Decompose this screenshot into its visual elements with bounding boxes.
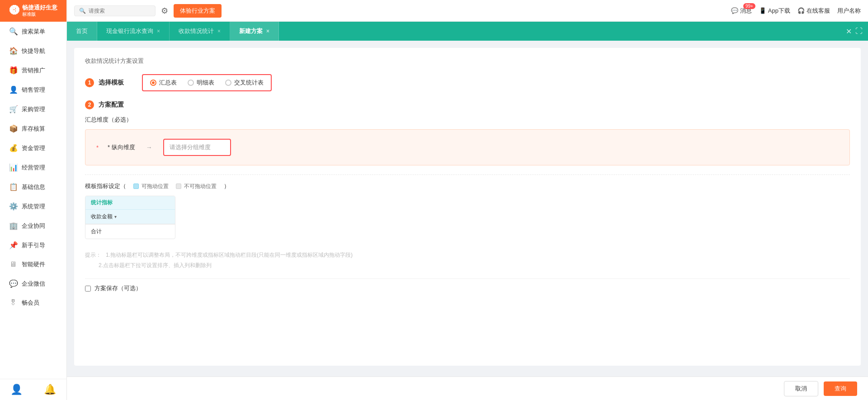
sidebar-item-system[interactable]: ⚙️ 系统管理: [0, 197, 66, 216]
sidebar-label: 企业微信: [22, 280, 45, 288]
metrics-col-cell-amount[interactable]: 收款金额 ▾: [85, 210, 131, 224]
sidebar-item-basic-info[interactable]: 📋 基础信息: [0, 177, 66, 197]
metrics-data-cell-total: 合计: [85, 225, 131, 239]
tab-bank-flow[interactable]: 现金银行流水查询 ×: [97, 22, 170, 41]
step2-section: 2 方案配置 汇总维度（必选） * * 纵向维度 → 请选择分组维度 模板指标: [85, 100, 850, 269]
home-icon: 🏠: [9, 47, 17, 55]
app-download-btn[interactable]: 📱 App下载: [759, 7, 790, 15]
msg-btn[interactable]: 💬 消息 99+: [731, 7, 752, 15]
sidebar-item-quick-nav[interactable]: 🏠 快捷导航: [0, 41, 66, 61]
tip-text-1: 1.拖动标题栏可以调整布局，不可跨维度或指标区域拖动栏目段(只能在同一维度或指标…: [106, 252, 353, 258]
fixed-dot: [176, 184, 181, 189]
sidebar-label: 快捷导航: [22, 47, 45, 55]
tab-home-label: 首页: [76, 27, 88, 35]
sidebar-item-operation[interactable]: 📊 经营管理: [0, 158, 66, 177]
option-summary[interactable]: 汇总表: [150, 79, 177, 87]
tip-prefix-1: 提示：: [85, 252, 104, 258]
tip-prefix-2: [85, 262, 97, 268]
sidebar-item-purchase[interactable]: 🛒 采购管理: [0, 99, 66, 119]
tab-bank-flow-close[interactable]: ×: [157, 28, 160, 34]
header-search-box[interactable]: 🔍: [74, 5, 156, 16]
main-content: 收款情况统计方案设置 1 选择模板 汇总表 明细表: [67, 41, 868, 400]
row-dim-label: * 纵向维度: [108, 143, 135, 151]
sidebar-label: 经营管理: [22, 164, 45, 172]
fixed-label: 不可拖动位置: [184, 183, 217, 190]
sidebar-item-guide[interactable]: 📌 新手引导: [0, 235, 66, 255]
header: 🔍 ⚙ 体验行业方案 💬 消息 99+ 📱 App下载 🎧 在线客服 用户名称: [67, 0, 868, 22]
clipboard-icon: 📋: [9, 183, 17, 191]
tab-new-plan-label: 新建方案: [239, 27, 263, 35]
option-detail[interactable]: 明细表: [188, 79, 214, 87]
tab-new-plan-close[interactable]: ×: [266, 28, 269, 34]
sidebar-item-marketing[interactable]: 🎁 营销推广: [0, 61, 66, 80]
radio-summary-label: 汇总表: [159, 79, 177, 87]
sidebar-item-finance[interactable]: 💰 资金管理: [0, 138, 66, 158]
mobile-icon: 📱: [759, 7, 766, 14]
sidebar-label: 智能硬件: [22, 260, 45, 268]
pin-icon: 📌: [9, 241, 17, 249]
service-label: 在线客服: [807, 7, 830, 15]
sidebar-item-wechat[interactable]: 💬 企业微信: [0, 274, 66, 293]
save-label: 方案保存（可选）: [94, 284, 142, 292]
arrow-icon: →: [146, 144, 152, 151]
sidebar-label: 畅会员: [22, 299, 39, 307]
sidebar-item-member[interactable]: 🎖 畅会员: [0, 293, 66, 312]
dimension-area: * * 纵向维度 → 请选择分组维度: [85, 129, 850, 165]
page-title: 收款情况统计方案设置: [85, 57, 850, 65]
metrics-header: 模板指标设定（ 可拖动位置 不可拖动位置 ）: [85, 182, 850, 190]
trial-btn[interactable]: 体验行业方案: [174, 4, 222, 18]
online-service-btn[interactable]: 🎧 在线客服: [797, 7, 830, 15]
sidebar-user-btn[interactable]: 👤: [10, 384, 23, 395]
radio-cross-label: 交叉统计表: [234, 79, 264, 87]
building-icon: 🏢: [9, 221, 17, 230]
radio-detail[interactable]: [188, 80, 194, 86]
radio-cross[interactable]: [225, 80, 231, 86]
dim-placeholder: 请选择分组维度: [170, 144, 211, 151]
drag-fixed-legend: 不可拖动位置: [176, 183, 217, 190]
step1-section: 1 选择模板 汇总表 明细表 交叉统计表: [85, 74, 850, 91]
search-icon: 🔍: [79, 8, 86, 14]
metrics-table: 统计指标 收款金额 ▾ 合计: [85, 196, 175, 239]
box-icon: 📦: [9, 124, 17, 133]
tab-bank-flow-label: 现金银行流水查询: [106, 27, 153, 35]
tabbar-actions: ✕ ⛶: [846, 22, 868, 41]
query-button[interactable]: 查询: [824, 381, 857, 396]
sidebar-item-sales[interactable]: 👤 销售管理: [0, 80, 66, 99]
msg-icon: 💬: [731, 7, 738, 14]
step2-header: 2 方案配置: [85, 100, 850, 109]
sidebar-item-enterprise[interactable]: 🏢 企业协同: [0, 216, 66, 235]
cancel-button[interactable]: 取消: [784, 381, 818, 396]
search-input[interactable]: [89, 8, 152, 14]
sidebar-label: 基础信息: [22, 183, 45, 191]
save-checkbox[interactable]: [85, 286, 91, 292]
total-label: 合计: [91, 228, 102, 235]
sidebar-notify-btn[interactable]: 🔔: [44, 384, 56, 395]
template-options: 汇总表 明细表 交叉统计表: [142, 74, 272, 91]
tab-expand-icon[interactable]: ⛶: [855, 27, 863, 35]
logo-icon: 🅑: [9, 5, 19, 17]
chart-icon: 📊: [9, 163, 17, 172]
step2-title: 方案配置: [99, 101, 124, 109]
sidebar-item-inventory[interactable]: 📦 库存核算: [0, 119, 66, 138]
tab-close-all-icon[interactable]: ✕: [846, 27, 852, 36]
username-label[interactable]: 用户名称: [837, 7, 861, 15]
radio-summary[interactable]: [150, 80, 156, 86]
settings-icon[interactable]: ⚙: [161, 6, 168, 16]
header-right: 💬 消息 99+ 📱 App下载 🎧 在线客服 用户名称: [731, 7, 861, 15]
col-amount-label: 收款金额: [91, 213, 113, 221]
sidebar-item-search-menu[interactable]: 🔍 搜索菜单: [0, 22, 66, 41]
tab-home[interactable]: 首页: [67, 22, 97, 41]
option-cross[interactable]: 交叉统计表: [225, 79, 264, 87]
tab-collection-stat[interactable]: 收款情况统计 ×: [170, 22, 230, 41]
dim-select-box[interactable]: 请选择分组维度: [163, 139, 231, 156]
cart-icon: 🛒: [9, 105, 17, 113]
tip-item-2: 2.点击标题栏下拉可设置排序、插入列和删除列: [85, 262, 850, 269]
tab-new-plan[interactable]: 新建方案 ×: [230, 22, 279, 41]
sidebar-label: 系统管理: [22, 202, 45, 211]
sidebar-label: 采购管理: [22, 105, 45, 113]
sidebar-item-hardware[interactable]: 🖥 智能硬件: [0, 255, 66, 274]
tabbar: 首页 现金银行流水查询 × 收款情况统计 × 新建方案 × ✕ ⛶: [67, 22, 868, 41]
tip-text-2: 2.点击标题栏下拉可设置排序、插入列和删除列: [99, 262, 212, 268]
metrics-col-header: 收款金额 ▾: [85, 210, 175, 224]
tab-collection-stat-close[interactable]: ×: [217, 28, 221, 34]
